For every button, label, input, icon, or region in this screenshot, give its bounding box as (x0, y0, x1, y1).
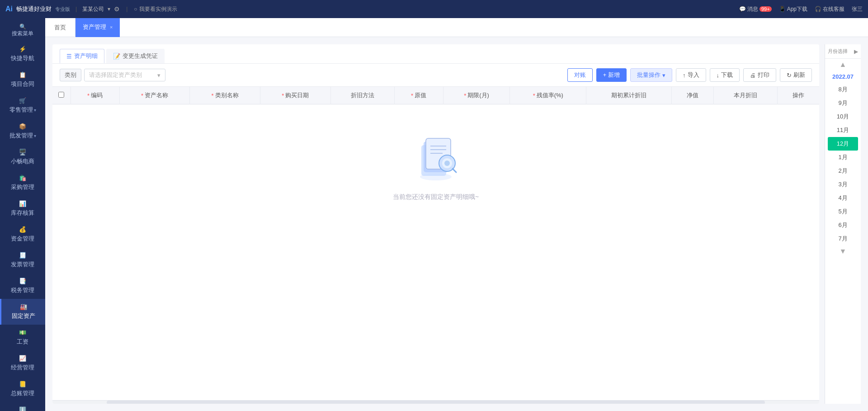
month-item[interactable]: 6月 (825, 218, 861, 232)
sidebar-item-wholesale[interactable]: 📦 批发管理 ▾ (0, 118, 45, 144)
import-icon: ↑ (683, 72, 686, 79)
inventory-icon: 📊 (19, 200, 26, 207)
add-new-button[interactable]: + 新增 (596, 68, 627, 82)
sub-tab-change-voucher[interactable]: 📝 变更生成凭证 (106, 49, 165, 63)
th-residual-rate: *残值率(%) (510, 87, 586, 104)
tab-close-icon[interactable]: × (110, 24, 113, 30)
select-all-checkbox[interactable] (58, 92, 64, 98)
message-icon: 💬 (739, 6, 746, 12)
th-monthly-depreciation: 本月折旧 (714, 87, 778, 104)
scrollbar-track[interactable] (107, 401, 765, 404)
online-service-btn[interactable]: 🎧 在线客服 (815, 5, 844, 13)
month-panel-title: 月份选择 (828, 48, 848, 55)
sidebar-item-finance[interactable]: 💰 资金管理 (0, 222, 45, 247)
th-period-months: *期限(月) (443, 87, 510, 104)
sidebar-item-tax[interactable]: 📑 税务管理 (0, 273, 45, 299)
scrollbar-bottom[interactable] (52, 400, 819, 404)
payroll-icon: 💵 (19, 329, 26, 336)
refresh-button[interactable]: ↻ 刷新 (780, 68, 812, 82)
top-bar-right: 💬 消息 99+ 📱 App下载 🎧 在线客服 张三 (739, 5, 863, 13)
th-checkbox (52, 87, 71, 104)
sidebar-search-item[interactable]: 🔍 搜索菜单 (0, 20, 45, 41)
sidebar-item-operations[interactable]: 📈 经营管理 (0, 350, 45, 376)
month-item[interactable]: 11月 (825, 123, 861, 137)
tab-home[interactable]: 首页 (45, 18, 75, 37)
month-item[interactable]: 9月 (825, 96, 861, 110)
import-button[interactable]: ↑ 导入 (676, 68, 706, 82)
sub-tabs: ☰ 资产明细 📝 变更生成凭证 (52, 44, 819, 64)
sub-tab-asset-detail[interactable]: ☰ 资产明细 (60, 49, 104, 63)
sidebar-item-purchase[interactable]: 🛍️ 采购管理 (0, 170, 45, 196)
sidebar-item-quick-nav[interactable]: ⚡ 快捷导航 (0, 41, 45, 67)
sidebar-item-payroll[interactable]: 💵 工资 (0, 325, 45, 350)
month-item[interactable]: 8月 (825, 83, 861, 96)
message-btn[interactable]: 💬 消息 99+ (739, 5, 772, 13)
ecommerce-icon: 🖥️ (19, 149, 26, 156)
quick-nav-icon: ⚡ (19, 46, 26, 52)
month-item[interactable]: 3月 (825, 178, 861, 191)
tax-icon: 📑 (19, 278, 26, 284)
th-category-name: *类别名称 (190, 87, 260, 104)
fixed-assets-icon: 🏭 (20, 303, 27, 310)
sidebar-item-project-contract[interactable]: 📋 项目合同 (0, 67, 45, 93)
sidebar-item-inventory[interactable]: 📊 库存核算 (0, 196, 45, 222)
ledger-icon: 📒 (19, 381, 26, 387)
sidebar-item-fixed-assets[interactable]: 🏭 固定资产 (0, 299, 45, 325)
toolbar: 类别 请选择固定资产类别 ▾ 对账 + 新增 批量操作 ▾ (52, 64, 819, 87)
tab-bar: 首页 资产管理 × (45, 18, 868, 37)
refresh-icon: ↻ (787, 72, 792, 79)
download-button[interactable]: ↓ 下载 (710, 68, 740, 82)
demo-link[interactable]: ○ 我要看实例演示 (134, 5, 177, 13)
company-dropdown-icon[interactable]: ▾ (108, 6, 110, 12)
print-icon: 🖨 (750, 72, 756, 79)
sidebar-item-invoice[interactable]: 🧾 发票管理 (0, 247, 45, 273)
th-actions: 操作 (778, 87, 819, 104)
batch-ops-button[interactable]: 批量操作 ▾ (630, 68, 672, 82)
app-name: 畅捷通好业财 (16, 5, 52, 13)
month-nav-down[interactable]: ▼ (825, 246, 861, 257)
sidebar-item-ecommerce[interactable]: 🖥️ 小畅电商 (0, 144, 45, 170)
message-badge: 99+ (760, 6, 772, 12)
invoice-icon: 🧾 (19, 252, 26, 259)
app-download-btn[interactable]: 📱 App下载 (779, 5, 807, 13)
app-edition: 专业版 (55, 6, 70, 13)
project-icon: 📋 (19, 71, 26, 78)
top-bar: Ai 畅捷通好业财 专业版 | 某某公司 ▾ ⚙ | ○ 我要看实例演示 💬 消… (0, 0, 868, 18)
asset-table: *编码 *资产名称 *类别名称 *购买日期 (52, 87, 819, 104)
th-depreciation-method: 折旧方法 (330, 87, 394, 104)
month-item[interactable]: 1月 (825, 151, 861, 164)
headset-icon: 🎧 (815, 6, 821, 12)
month-item[interactable]: 5月 (825, 205, 861, 218)
top-bar-left: Ai 畅捷通好业财 专业版 | 某某公司 ▾ ⚙ | ○ 我要看实例演示 (5, 5, 177, 13)
month-nav-up[interactable]: ▲ (825, 59, 861, 71)
month-panel-collapse-icon[interactable]: ▶ (854, 48, 858, 55)
month-list: 8月9月10月11月12月1月2月3月4月5月6月7月 (825, 83, 861, 246)
month-item[interactable]: 7月 (825, 232, 861, 246)
change-icon: 📝 (113, 53, 120, 60)
user-name: 张三 (852, 5, 863, 13)
th-purchase-date: *购买日期 (260, 87, 330, 104)
sidebar-item-basic-info[interactable]: ℹ️ 基础信息 (0, 402, 45, 411)
month-item[interactable]: 2月 (825, 164, 861, 178)
finance-icon: 💰 (19, 226, 26, 233)
month-item[interactable]: 12月 (828, 137, 858, 151)
sidebar-item-retail[interactable]: 🛒 零售管理 ▾ (0, 93, 45, 118)
tab-asset-mgmt[interactable]: 资产管理 × (75, 18, 120, 37)
month-item[interactable]: 4月 (825, 191, 861, 205)
category-select[interactable]: 请选择固定资产类别 ▾ (84, 69, 165, 81)
list-icon: ☰ (66, 53, 72, 60)
retail-arrow-icon: ▾ (34, 108, 36, 113)
retail-icon: 🛒 (19, 97, 26, 104)
basic-info-icon: ℹ️ (19, 406, 26, 411)
month-item[interactable]: 10月 (825, 110, 861, 123)
sidebar-item-ledger[interactable]: 📒 总账管理 (0, 376, 45, 402)
th-accumulated-depreciation: 期初累计折旧 (586, 87, 672, 104)
settings-gear-icon[interactable]: ⚙ (114, 5, 120, 13)
empty-text: 当前您还没有固定资产明细哦~ (393, 193, 479, 201)
month-panel: 月份选择 ▶ ▲ 2022.07 8月9月10月11月12月1月2月3月4月5月… (825, 44, 861, 404)
reconcile-button[interactable]: 对账 (567, 68, 593, 82)
print-button[interactable]: 🖨 打印 (743, 68, 776, 82)
operations-icon: 📈 (19, 355, 26, 362)
content-area: 首页 资产管理 × ☰ 资产明细 📝 变更生成凭证 (45, 18, 868, 411)
th-original-value: *原值 (394, 87, 443, 104)
